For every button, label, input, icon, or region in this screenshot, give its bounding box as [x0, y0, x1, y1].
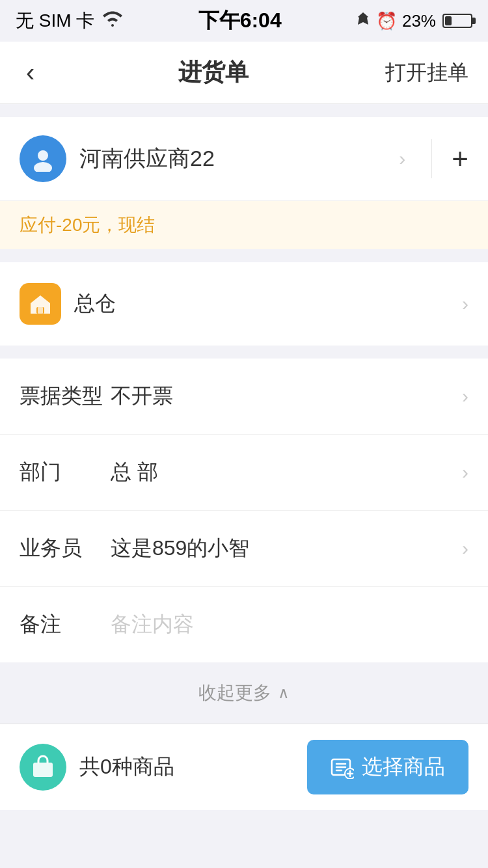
department-label: 部门	[20, 458, 111, 487]
remark-label: 备注	[20, 610, 111, 639]
warehouse-icon-container	[20, 283, 61, 325]
back-button[interactable]: ‹	[20, 51, 41, 94]
section-gap-2	[0, 249, 488, 262]
department-chevron-icon: ›	[462, 461, 468, 483]
svg-rect-3	[38, 307, 43, 314]
remark-row[interactable]: 备注 备注内容	[0, 587, 488, 662]
status-bar: 无 SIM 卡 下午6:04 ⏰ 23%	[0, 0, 488, 42]
remark-input[interactable]: 备注内容	[111, 610, 468, 639]
collapse-arrow-icon: ∧	[278, 684, 290, 702]
supplier-row[interactable]: 河南供应商22 › +	[0, 117, 488, 201]
supplier-avatar	[20, 135, 66, 182]
invoice-type-value: 不开票	[111, 382, 462, 411]
add-supplier-button[interactable]: +	[452, 144, 468, 173]
invoice-type-chevron-icon: ›	[462, 385, 468, 407]
battery-text: 23%	[402, 11, 436, 31]
remaining-background	[0, 810, 488, 868]
svg-rect-4	[33, 763, 53, 777]
supplier-section: 河南供应商22 › + 应付-20元，现结	[0, 117, 488, 249]
collapse-toggle[interactable]: 收起更多 ∧	[0, 662, 488, 724]
select-product-button[interactable]: 选择商品	[307, 740, 468, 794]
collapse-text: 收起更多	[198, 681, 271, 705]
salesperson-value: 这是859的小智	[111, 534, 462, 563]
salesperson-label: 业务员	[20, 534, 111, 563]
info-banner: 应付-20元，现结	[0, 201, 488, 249]
invoice-type-label: 票据类型	[20, 382, 111, 411]
location-icon	[355, 11, 371, 31]
wifi-icon	[101, 10, 124, 33]
salesperson-row[interactable]: 业务员 这是859的小智 ›	[0, 511, 488, 587]
department-value: 总 部	[111, 458, 462, 487]
nav-bar: ‹ 进货单 打开挂单	[0, 42, 488, 104]
product-count-icon	[20, 744, 66, 791]
warehouse-row[interactable]: 总仓 ›	[0, 262, 488, 346]
open-pending-button[interactable]: 打开挂单	[385, 59, 468, 87]
salesperson-chevron-icon: ›	[462, 537, 468, 560]
section-gap-1	[0, 104, 488, 117]
svg-point-0	[38, 150, 48, 161]
page-title: 进货单	[178, 57, 249, 88]
warehouse-section: 总仓 ›	[0, 262, 488, 346]
carrier-text: 无 SIM 卡	[16, 8, 94, 33]
divider-vertical	[431, 139, 432, 178]
product-count-text: 共0种商品	[79, 753, 307, 781]
status-left: 无 SIM 卡	[16, 8, 124, 33]
form-section: 票据类型 不开票 › 部门 总 部 › 业务员 这是859的小智 › 备注 备注…	[0, 359, 488, 662]
status-time: 下午6:04	[198, 7, 282, 35]
alarm-icon: ⏰	[376, 11, 397, 31]
warehouse-chevron-icon: ›	[462, 293, 468, 315]
select-product-label: 选择商品	[362, 753, 445, 781]
supplier-name: 河南供应商22	[79, 144, 399, 174]
battery-icon	[442, 14, 472, 28]
warehouse-label: 总仓	[74, 290, 462, 318]
section-gap-3	[0, 346, 488, 359]
bottom-bar: 共0种商品 选择商品	[0, 724, 488, 810]
svg-point-1	[34, 162, 52, 172]
supplier-chevron-icon: ›	[399, 148, 405, 170]
department-row[interactable]: 部门 总 部 ›	[0, 435, 488, 511]
invoice-type-row[interactable]: 票据类型 不开票 ›	[0, 359, 488, 435]
info-banner-text: 应付-20元，现结	[20, 215, 155, 235]
status-right: ⏰ 23%	[355, 11, 472, 31]
